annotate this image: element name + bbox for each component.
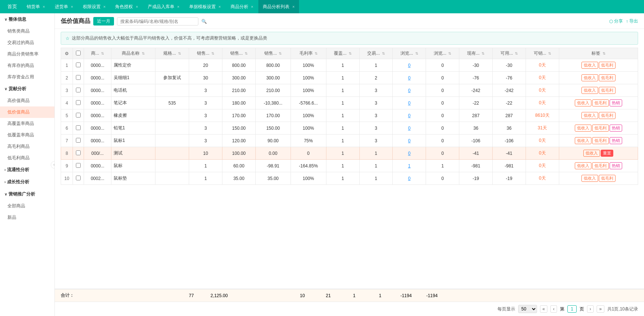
row-browse1-7[interactable]: 0 — [393, 135, 426, 147]
prev-page-btn[interactable]: ‹ — [550, 305, 557, 313]
close-sales-order[interactable]: × — [43, 4, 45, 9]
row-checkbox-1[interactable] — [73, 59, 84, 72]
row-browse1-4[interactable]: 0 — [393, 97, 426, 109]
close-analysis-list[interactable]: × — [292, 4, 295, 9]
row-browse1-10[interactable]: 0 — [393, 172, 426, 185]
row-checkbox-10[interactable] — [73, 172, 84, 185]
first-page-btn[interactable]: « — [540, 305, 548, 313]
row-select-10[interactable] — [76, 176, 81, 180]
row-select-1[interactable] — [76, 62, 81, 67]
sidebar-section-overall-title[interactable]: ∨ 整体信息 — [0, 13, 54, 26]
nav-home[interactable]: 首页 — [3, 0, 21, 13]
sidebar-item-low-margin[interactable]: 低毛利商品 — [0, 152, 54, 164]
sidebar-item-all-products[interactable]: 全部商品 — [0, 200, 54, 212]
sidebar-item-stocked-products[interactable]: 有库存的商品 — [0, 60, 54, 71]
nav-product-analysis-list[interactable]: 商品分析列表 × — [258, 0, 299, 13]
row-select-3[interactable] — [76, 88, 81, 92]
sort-browse1-icon[interactable]: ⇅ — [415, 51, 418, 55]
close-role[interactable]: × — [136, 4, 138, 9]
tag-低收入: 低收入 — [581, 175, 598, 182]
sort-sale2-icon[interactable]: ⇅ — [245, 51, 248, 55]
row-select-5[interactable] — [76, 113, 81, 118]
sort-cover-icon[interactable]: ⇅ — [349, 51, 352, 55]
search-input[interactable] — [117, 17, 198, 26]
row-browse1-1[interactable]: 0 — [393, 59, 426, 72]
per-page-select[interactable]: 50 100 200 — [518, 305, 537, 313]
sidebar-item-high-value[interactable]: 高价值商品 — [0, 95, 54, 106]
sidebar-section-circulation-title[interactable]: › 流通性分析 — [0, 164, 54, 176]
row-select-9[interactable] — [76, 163, 81, 168]
close-analysis[interactable]: × — [251, 4, 253, 9]
row-browse1-3[interactable]: 0 — [393, 84, 426, 97]
search-icon[interactable]: 🔍 — [201, 19, 207, 24]
row-browse2-6: 0 — [426, 122, 459, 135]
row-checkbox-6[interactable] — [73, 122, 84, 135]
close-template[interactable]: × — [218, 4, 221, 9]
select-all-checkbox[interactable] — [76, 51, 81, 55]
row-checkbox-3[interactable] — [73, 84, 84, 97]
sort-spec-icon[interactable]: ⇅ — [178, 51, 181, 55]
sidebar-section-growth-title[interactable]: › 成长性分析 — [0, 176, 54, 188]
nav-product-inbound[interactable]: 产成品入库单 × — [143, 0, 184, 13]
sort-sale3-icon[interactable]: ⇅ — [279, 51, 282, 55]
row-current-3: -242 — [459, 84, 493, 97]
row-name-4: 笔记本 — [111, 97, 155, 109]
export-button[interactable]: ↑ 导出 — [626, 18, 638, 24]
nav-order-template[interactable]: 单据模板设置 × — [185, 0, 225, 13]
row-checkbox-7[interactable] — [73, 135, 84, 147]
sidebar-item-sales-products[interactable]: 销售类商品 — [0, 26, 54, 37]
footer-cover: 10 — [289, 293, 315, 298]
sidebar-item-new-products[interactable]: 新品 — [0, 212, 54, 223]
row-checkbox-2[interactable] — [73, 72, 84, 84]
sort-browse2-icon[interactable]: ⇅ — [448, 51, 451, 55]
sort-current-icon[interactable]: ⇅ — [482, 51, 484, 55]
nav-sales-order[interactable]: 销货单 × — [22, 0, 50, 13]
next-page-btn[interactable]: › — [587, 305, 594, 313]
row-browse1-8[interactable]: 0 — [393, 147, 426, 160]
sidebar-item-high-coverage[interactable]: 高覆盖率商品 — [0, 118, 54, 129]
row-select-7[interactable] — [76, 138, 81, 143]
sort-saleable-icon[interactable]: ⇅ — [548, 51, 551, 55]
sidebar-item-low-coverage[interactable]: 低覆盖率商品 — [0, 129, 54, 141]
sidebar-section-marketing-title[interactable]: ∨ 营销推广分析 — [0, 188, 54, 200]
nav-product-analysis[interactable]: 商品分析 × — [226, 0, 258, 13]
sidebar-item-low-value[interactable]: 低价值商品 — [0, 106, 54, 118]
filter-recent-month-btn[interactable]: 近一月 — [93, 17, 114, 26]
close-purchase-order[interactable]: × — [71, 4, 73, 9]
sort-tags-icon[interactable]: ⇅ — [603, 51, 606, 55]
row-browse1-6[interactable]: 0 — [393, 122, 426, 135]
row-select-6[interactable] — [76, 125, 81, 130]
row-select-4[interactable] — [76, 100, 81, 105]
arrow-contribution: ∨ — [4, 87, 7, 91]
row-checkbox-4[interactable] — [73, 97, 84, 109]
sort-name-icon[interactable]: ⇅ — [142, 51, 145, 55]
sort-available-icon[interactable]: ⇅ — [515, 51, 518, 55]
row-checkbox-8[interactable] — [73, 147, 84, 160]
sort-margin-icon[interactable]: ⇅ — [315, 51, 318, 55]
nav-role-auth[interactable]: 角色授权 × — [111, 0, 142, 13]
nav-permission-settings[interactable]: 权限设置 × — [78, 0, 110, 13]
table-row: 2 0000... 吴细细1 参加复试 30 300.00 300.00 100… — [61, 72, 638, 84]
th-settings[interactable]: ⚙ — [61, 48, 73, 59]
sidebar-section-contribution-title[interactable]: ∨ 贡献分析 — [0, 83, 54, 95]
row-available-4: -22 — [493, 97, 526, 109]
last-page-btn[interactable]: » — [597, 305, 604, 313]
sort-sale1-icon[interactable]: ⇅ — [211, 51, 214, 55]
nav-purchase-order[interactable]: 进货单 × — [50, 0, 78, 13]
sort-code-icon[interactable]: ⇅ — [101, 51, 104, 55]
sidebar-item-high-margin[interactable]: 高毛利商品 — [0, 141, 54, 152]
row-checkbox-9[interactable] — [73, 160, 84, 172]
close-permission[interactable]: × — [103, 4, 105, 9]
sidebar-item-stock-capital[interactable]: 库存资金占用 — [0, 71, 54, 83]
close-inbound[interactable]: × — [177, 4, 179, 9]
sort-trade-icon[interactable]: ⇅ — [382, 51, 385, 55]
sidebar-item-category-sales-rate[interactable]: 商品分类销售率 — [0, 48, 54, 60]
row-browse1-2[interactable]: 0 — [393, 72, 426, 84]
sidebar-item-traded-products[interactable]: 交易过的商品 — [0, 37, 54, 48]
row-browse1-9[interactable]: 1 — [393, 160, 426, 172]
row-select-2[interactable] — [76, 75, 81, 80]
row-checkbox-5[interactable] — [73, 109, 84, 122]
row-select-8[interactable] — [76, 150, 81, 155]
row-browse1-5[interactable]: 0 — [393, 109, 426, 122]
share-button[interactable]: ⬡ 分享 — [609, 18, 623, 24]
